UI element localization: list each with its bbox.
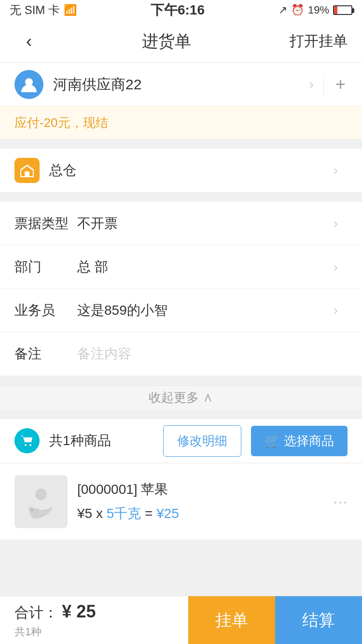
cart-icon [20, 434, 34, 448]
select-product-label: 选择商品 [284, 433, 334, 449]
battery-fill [334, 6, 337, 14]
svg-point-2 [25, 444, 27, 446]
select-product-icon: 🛒 [265, 434, 280, 448]
price-total: ¥25 [156, 506, 179, 521]
warehouse-section: 总仓 › [0, 149, 362, 192]
remark-input[interactable]: 备注内容 [77, 345, 348, 363]
warehouse-name: 总仓 [49, 161, 334, 180]
price-equals: = [145, 506, 156, 521]
status-bar: 无 SIM 卡 📶 下午6:16 ↗ ⏰ 19% [0, 0, 362, 20]
warehouse-row[interactable]: 总仓 › [0, 149, 362, 192]
product-header: 共1种商品 修改明细 🛒 选择商品 [0, 419, 362, 462]
collapse-label: 收起更多 ∧ [149, 389, 213, 406]
sales-row[interactable]: 业务员 这是859的小智 › [0, 289, 362, 332]
dept-value: 总 部 [77, 258, 334, 276]
back-button[interactable]: ‹ [14, 27, 43, 56]
bottom-bar: 合计： ¥ 25 共1种 挂单 结算 [0, 596, 362, 644]
chevron-right-icon: › [334, 216, 338, 231]
open-hang-button[interactable]: 打开挂单 [290, 31, 348, 51]
warehouse-icon [14, 158, 40, 183]
dept-row[interactable]: 部门 总 部 › [0, 245, 362, 289]
nav-bar: ‹ 进货单 打开挂单 [0, 20, 362, 63]
select-product-button[interactable]: 🛒 选择商品 [251, 426, 348, 456]
edit-detail-button[interactable]: 修改明细 [163, 425, 241, 457]
hang-order-button[interactable]: 挂单 [188, 596, 275, 644]
product-code: [0000001] [77, 482, 138, 497]
house-icon [19, 163, 35, 178]
total-area: 合计： ¥ 25 共1种 [0, 602, 188, 639]
svg-rect-1 [25, 171, 29, 177]
battery-text: 19% [308, 4, 329, 16]
supplier-notice: 应付-20元，现结 [0, 106, 362, 139]
fields-section: 票据类型 不开票 › 部门 总 部 › 业务员 这是859的小智 › 备注 备注… [0, 202, 362, 376]
product-placeholder-icon: 磐十 [24, 485, 58, 518]
svg-point-5 [38, 489, 44, 500]
status-time: 下午6:16 [151, 1, 205, 19]
sales-label: 业务员 [14, 301, 77, 320]
invoice-value: 不开票 [77, 214, 334, 233]
wifi-icon: 📶 [64, 4, 77, 16]
person-icon [20, 76, 38, 93]
dept-label: 部门 [14, 258, 77, 276]
product-price: ¥5 x 5千克 = ¥25 [77, 504, 323, 523]
total-amount: ¥ 25 [62, 602, 96, 621]
bottom-spacer [0, 540, 362, 588]
invoice-row[interactable]: 票据类型 不开票 › [0, 202, 362, 245]
checkout-button[interactable]: 结算 [275, 596, 362, 644]
content: 河南供应商22 › + 应付-20元，现结 总仓 › 票据类型 不开票 › 部门 [0, 63, 362, 588]
chevron-right-icon: › [334, 303, 338, 318]
battery-icon [333, 5, 352, 15]
svg-point-3 [29, 444, 31, 446]
product-name: [0000001] 苹果 [77, 480, 323, 499]
chevron-right-icon: › [309, 77, 314, 92]
alarm-icon: ⏰ [291, 4, 304, 16]
remark-label: 备注 [14, 345, 77, 363]
price-qty: 5千克 [107, 506, 141, 521]
chevron-right-icon: › [334, 163, 338, 178]
status-left: 无 SIM 卡 📶 [10, 2, 77, 18]
supplier-name: 河南供应商22 [53, 75, 309, 95]
add-supplier-button[interactable]: + [323, 74, 348, 95]
collapse-bar[interactable]: 收起更多 ∧ [0, 385, 362, 419]
chevron-right-icon: › [334, 259, 338, 275]
location-icon: ↗ [278, 4, 287, 16]
total-main: 合计： ¥ 25 [14, 602, 174, 623]
invoice-label: 票据类型 [14, 214, 77, 233]
sales-value: 这是859的小智 [77, 301, 334, 320]
product-name-text: 苹果 [141, 482, 168, 497]
svg-text:磐十: 磐十 [30, 507, 40, 512]
supplier-row[interactable]: 河南供应商22 › + [0, 63, 362, 106]
price-base: ¥5 [77, 506, 92, 521]
total-sub: 共1种 [14, 625, 174, 639]
product-count: 共1种商品 [49, 432, 153, 450]
page-title: 进货单 [142, 30, 191, 53]
supplier-section: 河南供应商22 › + 应付-20元，现结 [0, 63, 362, 139]
product-more-button[interactable]: ··· [333, 491, 348, 512]
price-separator: x [96, 506, 107, 521]
product-item: 磐十 [0000001] 苹果 ¥5 x 5千克 = ¥25 ··· [0, 463, 362, 540]
total-label: 合计： [14, 604, 58, 620]
product-thumbnail: 磐十 [14, 475, 68, 528]
supplier-avatar [14, 70, 43, 99]
product-icon [14, 428, 40, 453]
product-info: [0000001] 苹果 ¥5 x 5千克 = ¥25 [77, 480, 323, 523]
remark-row[interactable]: 备注 备注内容 [0, 332, 362, 376]
carrier-text: 无 SIM 卡 [10, 2, 60, 18]
status-right: ↗ ⏰ 19% [278, 4, 352, 16]
